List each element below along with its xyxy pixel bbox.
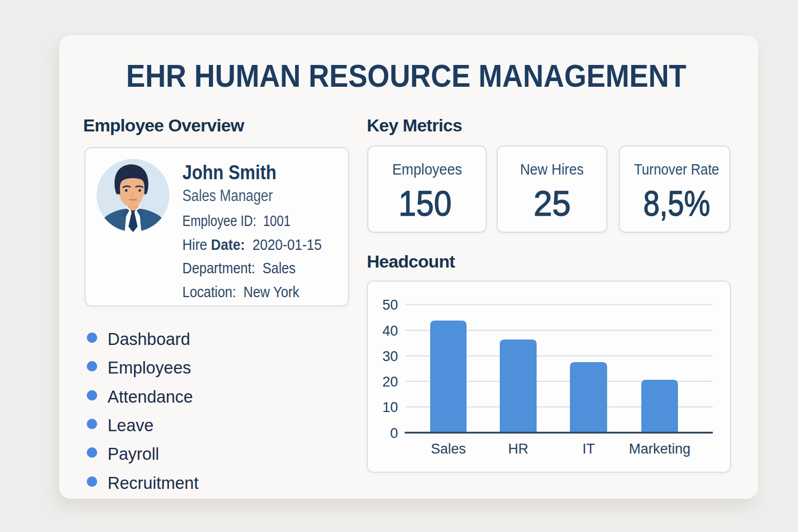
svg-text:30: 30 — [382, 349, 398, 364]
svg-text:IT: IT — [582, 441, 595, 457]
svg-text:Sales: Sales — [431, 441, 466, 457]
svg-text:50: 50 — [382, 297, 398, 313]
svg-text:Marketing: Marketing — [629, 441, 690, 457]
svg-text:10: 10 — [382, 400, 398, 415]
svg-text:HR: HR — [508, 441, 528, 457]
svg-text:20: 20 — [382, 374, 398, 390]
svg-text:0: 0 — [390, 425, 398, 441]
svg-text:40: 40 — [382, 323, 398, 339]
